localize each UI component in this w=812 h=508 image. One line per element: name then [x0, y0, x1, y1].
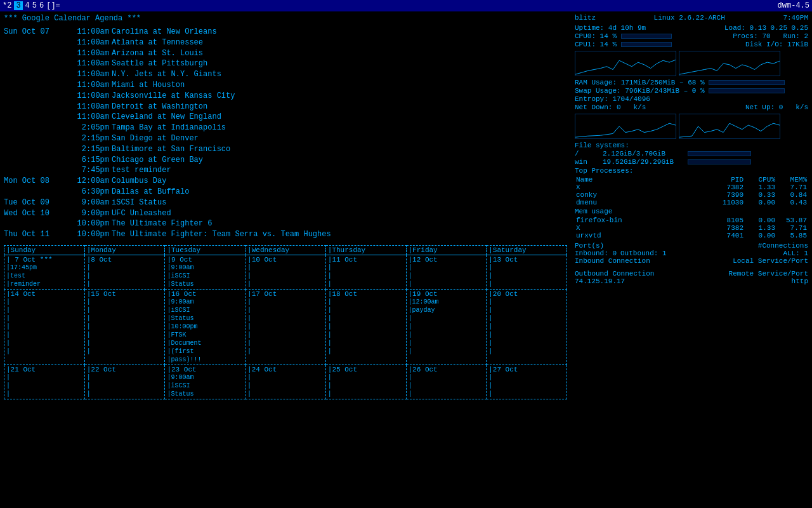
ports-label: Port(s) [575, 242, 604, 250]
agenda-item: 7:45pm test reminder [4, 165, 567, 176]
proc-cpu: 0.00 [745, 199, 776, 206]
cal-day-12oct: |12 Oct | | | [406, 255, 487, 289]
agenda-date [4, 144, 67, 155]
cpu-graphs [575, 51, 808, 76]
net-down-unit: k/s [633, 104, 646, 111]
fs-section: File systems: / 2.12GiB/3.70GiB win 19.5… [575, 142, 808, 166]
proc-th-name: Name [575, 176, 713, 184]
top-proc-title: Top Processes: [575, 167, 808, 175]
mem-usage-table: firefox-bin 8105 0.00 53.87 X 7382 1.33 … [575, 217, 808, 239]
cal-day-11oct: |11 Oct | | | [325, 255, 406, 289]
proc-th-cpu: CPU% [745, 176, 776, 184]
proc-pid: 7382 [713, 184, 745, 191]
swap-used: 796KiB [625, 87, 650, 95]
cal-day-22oct: |22 Oct | | | [84, 364, 165, 399]
agenda-date [4, 69, 67, 80]
agenda-date [4, 218, 67, 229]
cal-header-tue: |Tuesday [165, 245, 246, 255]
outbound-label: Outbound: 1 [620, 250, 667, 257]
swap-label: Swap Usage: 796KiB/243MiB – 0 % [575, 87, 785, 95]
agenda-time: 6:15pm [67, 155, 112, 166]
agenda-item: 11:00am Arizona at St. Louis [4, 48, 567, 59]
net-up-unit: k/s [796, 104, 808, 111]
agenda-time: 2:15pm [67, 133, 112, 144]
cpu1-row: CPU1: 14 % Disk I/O: 17KiB [575, 41, 808, 48]
tag-layout[interactable]: []= [46, 1, 60, 10]
diskio-label: Disk I/O: 17KiB [745, 41, 808, 48]
agenda-item: 6:15pm Chicago at Green Bay [4, 155, 567, 166]
agenda-item: 11:00am Cleveland at New England [4, 112, 567, 123]
agenda-date [4, 123, 67, 133]
topbar-tags[interactable]: *2 3 4 5 6 []= [3, 1, 60, 10]
agenda-date [4, 187, 67, 197]
agenda-title: *** Google Calendar Agenda *** [4, 14, 567, 23]
ram-bar [709, 80, 785, 85]
agenda-item: 11:00am Atlanta at Tennessee [4, 37, 567, 48]
mem-proc-cpu: 0.00 [745, 217, 776, 224]
proc-cpu: 0.33 [745, 191, 776, 199]
fs-win-bar [688, 159, 751, 164]
tag-3[interactable]: 3 [14, 1, 22, 10]
cal-day-18oct: |18 Oct | | | | | | | [325, 289, 406, 364]
fs-root: / 2.12GiB/3.70GiB [575, 150, 808, 157]
cal-day-21oct: |21 Oct | | | [4, 364, 85, 399]
tag-6[interactable]: 6 [39, 1, 44, 10]
proc-row: X 7382 1.33 7.71 [575, 184, 808, 191]
cal-day-15oct: |15 Oct | | | | | | | [84, 289, 165, 364]
all-label: ALL: 1 [783, 250, 808, 257]
net-down-val: 0 [617, 104, 621, 111]
swap-pct: 0 [692, 87, 697, 95]
mem-proc-name: X [575, 224, 713, 232]
agenda-event: Arizona at St. Louis [112, 48, 203, 59]
agenda-event: San Diego at Denver [112, 133, 199, 144]
agenda-time: 7:45pm [67, 165, 112, 176]
outbound-ip: 74.125.19.17 [575, 277, 625, 285]
proc-mem: 0.43 [776, 199, 808, 206]
topbar: *2 3 4 5 6 []= dwm-4.5 [0, 0, 812, 11]
swap-bar [709, 88, 785, 93]
net-up-graph [679, 114, 780, 139]
cpu-row: CPU0: 14 % Procs: 70 Run: 2 [575, 32, 808, 40]
agenda-event: Seattle at Pittsburgh [112, 58, 207, 69]
wm-version: dwm-4.5 [778, 1, 809, 10]
entropy-label: Entropy: 1704/4096 [575, 95, 650, 103]
net-down-label: Net Down: 0 k/s [575, 104, 646, 111]
ram-label: RAM Usage: 171MiB/250MiB – 68 % [575, 79, 785, 86]
agenda-time: 11:00am [67, 37, 112, 48]
agenda-time: 11:00am [67, 48, 112, 59]
cal-day-7oct: | 7 Oct *** |17:45pm |test |reminder [4, 255, 85, 289]
agenda-item: Wed Oct 10 9:00pm UFC Unleashed [4, 208, 567, 219]
agenda-time: 11:00am [67, 91, 112, 102]
agenda-item: 11:00am Miami at Houston [4, 80, 567, 91]
proc-th-pid: PID [713, 176, 745, 184]
cal-day-23oct: |23 Oct |9:00am |iSCSI |Status [165, 364, 246, 399]
remote-service-label: Remote Service/Port [729, 270, 808, 277]
ram-row: RAM Usage: 171MiB/250MiB – 68 % [575, 79, 808, 86]
agenda-date [4, 102, 67, 112]
tag-star2[interactable]: *2 [3, 1, 11, 10]
agenda-event: Cleveland at New England [112, 112, 221, 123]
tag-4[interactable]: 4 [25, 1, 30, 10]
agenda-time: 10:00pm [67, 218, 112, 229]
load-value: 0.13 0.25 0.25 [750, 24, 808, 32]
uptime-label: Uptime: 4d 10h 9m [575, 24, 646, 32]
tag-5[interactable]: 5 [32, 1, 37, 10]
cal-day-10oct: |10 Oct | | | [246, 255, 326, 289]
agenda-event: Chicago at Green Bay [112, 155, 203, 166]
proc-name: conky [575, 191, 713, 199]
agenda-time: 11:00am [67, 69, 112, 80]
agenda-item: 11:00am Jacksonville at Kansas City [4, 91, 567, 102]
mem-usage-section: Mem usage firefox-bin 8105 0.00 53.87 X … [575, 208, 808, 239]
fs-win-size: 19.52GiB/29.29GiB [603, 158, 685, 166]
connections-label: #Connections [758, 242, 808, 250]
proc-name: X [575, 184, 713, 191]
agenda-time: 9:00pm [67, 208, 112, 219]
agenda-event: N.Y. Jets at N.Y. Giants [112, 69, 221, 80]
agenda-list: Sun Oct 07 11:00am Carolina at New Orlea… [4, 27, 567, 240]
outbound-data: 74.125.19.17 http [575, 277, 808, 285]
proc-pid: 11030 [713, 199, 745, 206]
net-graphs [575, 114, 808, 139]
ram-pct: 68 [688, 79, 696, 86]
cpu1-graph [679, 51, 780, 76]
cal-week-1: | 7 Oct *** |17:45pm |test |reminder |8 … [4, 255, 567, 289]
